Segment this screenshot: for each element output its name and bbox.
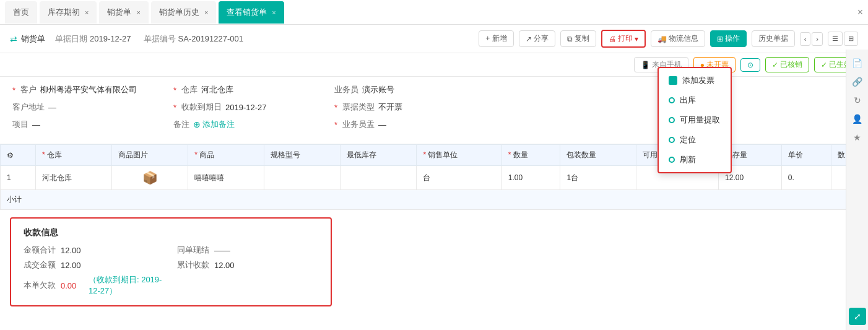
phone-icon: 📱	[641, 61, 650, 69]
subtotal-row: 小计	[1, 190, 868, 210]
truck-icon: 🚚	[658, 35, 667, 43]
payment-title: 收款信息	[24, 227, 318, 238]
doc-title: ⇄ 销货单	[10, 33, 45, 45]
second-toolbar: 📱 来自手机 ● 未开票 ⊙ ✓ 已核销 ✓ 已生效	[0, 53, 868, 77]
products-table: ⚙ 仓库 商品图片 商品 规格型号 最低库存 销售单位 数量 包装数量 可用量 …	[0, 144, 868, 210]
transaction-row: 同单现结 ——	[177, 245, 318, 256]
invoice-icon	[669, 76, 677, 85]
cell-min-stock	[341, 166, 417, 190]
nav-arrows: ‹ ›	[800, 32, 823, 46]
effective-check-icon: ✓	[821, 61, 827, 69]
prev-button[interactable]: ‹	[800, 32, 811, 46]
check-button[interactable]: ⊙	[740, 58, 760, 72]
address-field: 客户地址 —	[12, 102, 149, 113]
doc-header: ⇄ 销货单 单据日期 2019-12-27 单据编号 SA-20191227-0…	[0, 25, 868, 53]
print-icon: 🖨	[609, 35, 616, 43]
grid-icon: ⊞	[717, 35, 723, 43]
product-image: 📦	[142, 171, 158, 185]
plus-icon: ⊕	[193, 119, 201, 129]
locate-icon	[669, 137, 675, 143]
logistics-button[interactable]: 🚚 物流信息	[651, 30, 705, 47]
right-user-button[interactable]: 👤	[849, 110, 866, 128]
tab-close-inventory[interactable]: ×	[85, 9, 89, 16]
share-button[interactable]: ↗ 分享	[519, 30, 555, 47]
dropdown-add-invoice[interactable]: 添加发票	[659, 71, 731, 90]
check-circle-icon: ✓	[772, 61, 778, 69]
operations-dropdown: 添加发票 出库 可用量提取 定位 刷新	[658, 67, 732, 173]
refresh-icon	[669, 157, 675, 163]
new-button[interactable]: + 新增	[479, 30, 513, 47]
right-link-button[interactable]: 🔗	[849, 73, 866, 90]
history-button[interactable]: 历史单据	[752, 30, 795, 47]
warehouse-field: * 仓库 河北仓库	[173, 84, 310, 95]
toolbar: + 新增 ↗ 分享 ⧉ 复制 🖨 打印 ▾ 🚚 物流信息 ⊞ 操作	[479, 30, 858, 48]
cell-num: 1	[1, 166, 36, 190]
business-field: * 业务员盂 —	[334, 119, 471, 130]
cell-qty: 1.00	[501, 166, 560, 190]
subtotal-label: 小计	[1, 190, 868, 210]
voided-button[interactable]: ✓ 已核销	[765, 57, 809, 72]
tab-home[interactable]: 首页	[5, 1, 37, 24]
col-settings[interactable]: ⚙	[1, 145, 36, 166]
print-button[interactable]: 🖨 打印 ▾	[601, 30, 646, 48]
dropdown-out-warehouse[interactable]: 出库	[659, 90, 731, 110]
tab-view-sales[interactable]: 查看销货单 ×	[219, 1, 284, 24]
tab-close-view[interactable]: ×	[272, 9, 276, 16]
tab-sales-history[interactable]: 销货单历史 ×	[151, 1, 216, 24]
col-warehouse: 仓库	[36, 145, 112, 166]
tab-sales-order[interactable]: 销货单 ×	[99, 1, 148, 24]
add-note-button[interactable]: ⊕ 添加备注	[193, 119, 235, 130]
current-owed-row: 本单欠款 0.00 （收款到期日: 2019-12-27）	[24, 274, 165, 297]
col-unit-price: 单价	[781, 145, 831, 166]
payment-grid: 金额合计 12.00 同单现结 —— 成交金额 12.00 累计收款 12.00…	[24, 245, 318, 297]
doc-meta: 单据日期 2019-12-27 单据编号 SA-20191227-001	[55, 33, 243, 45]
dropdown-available-qty[interactable]: 可用量提取	[659, 110, 731, 130]
tab-close-sales[interactable]: ×	[136, 9, 140, 16]
right-expand-button[interactable]: ⤢	[849, 308, 866, 325]
cumulative-row: 累计收款 12.00	[177, 259, 318, 271]
ticket-type-field: * 票据类型 不开票	[334, 102, 471, 113]
col-spec: 规格型号	[264, 145, 341, 166]
col-min-stock: 最低库存	[341, 145, 417, 166]
tab-inventory-init[interactable]: 库存期初 ×	[40, 1, 97, 24]
col-image: 商品图片	[112, 145, 188, 166]
amount-total-row: 金额合计 12.00	[24, 245, 165, 256]
right-icons-panel: 📄 🔗 ↻ 👤 ★ ⤢	[846, 50, 868, 330]
right-doc-button[interactable]: 📄	[849, 54, 866, 72]
customer-field: * 客户 柳州粤港平安气体有限公司	[12, 84, 149, 95]
copy-button[interactable]: ⧉ 复制	[560, 30, 596, 47]
col-unit: 销售单位	[417, 145, 501, 166]
project-field: 项目 —	[12, 119, 149, 130]
cell-spec	[264, 166, 341, 190]
doc-title-text: 销货单	[21, 33, 45, 45]
dropdown-locate[interactable]: 定位	[659, 130, 731, 150]
right-refresh-button[interactable]: ↻	[849, 92, 866, 109]
list-view-button[interactable]: ☰	[828, 32, 843, 46]
table-row: 1 河北仓库 📦 嘻嘻嘻嘻 台 1.00 1台 12.00 0.	[1, 166, 868, 190]
dropdown-refresh[interactable]: 刷新	[659, 150, 731, 170]
cell-product: 嘻嘻嘻嘻	[188, 166, 264, 190]
cell-image: 📦	[112, 166, 188, 190]
cell-unit: 台	[417, 166, 501, 190]
copy-icon: ⧉	[567, 35, 573, 43]
tab-close-history[interactable]: ×	[204, 9, 208, 16]
tab-bar: 首页 库存期初 × 销货单 × 销货单历史 × 查看销货单 × ×	[0, 0, 868, 25]
col-product: 商品	[188, 145, 264, 166]
share-icon: ↗	[526, 35, 532, 43]
doc-date-field: 单据日期 2019-12-27	[55, 33, 131, 45]
cell-unit-price: 0.	[781, 166, 831, 190]
cell-warehouse: 河北仓库	[36, 166, 112, 190]
note-field: 备注 ⊕ 添加备注	[173, 119, 310, 130]
payment-box: 收款信息 金额合计 12.00 同单现结 —— 成交金额 12.00 累计收款 …	[10, 217, 332, 306]
operations-button[interactable]: ⊞ 操作	[710, 30, 747, 47]
next-button[interactable]: ›	[812, 32, 823, 46]
salesperson-field: 业务员 演示账号	[334, 84, 471, 95]
due-date-field: * 收款到期日 2019-12-27	[173, 102, 310, 113]
main-container: ⇄ 销货单 单据日期 2019-12-27 单据编号 SA-20191227-0…	[0, 25, 868, 330]
main-close-button[interactable]: ×	[857, 7, 863, 18]
print-dropdown-arrow[interactable]: ▾	[635, 35, 638, 43]
col-qty: 数量	[501, 145, 560, 166]
deal-amount-row: 成交金额 12.00	[24, 259, 165, 271]
right-star-button[interactable]: ★	[849, 129, 866, 146]
grid-view-button[interactable]: ⊞	[844, 32, 858, 46]
